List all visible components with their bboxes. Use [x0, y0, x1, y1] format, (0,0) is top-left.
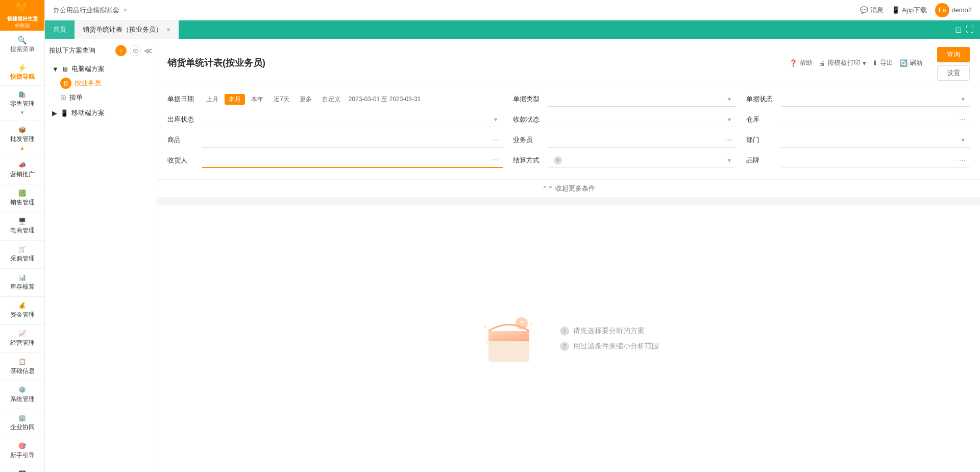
salesperson-item-label: 按业务员	[75, 79, 101, 88]
more-btn[interactable]: 更多	[296, 94, 316, 105]
app-download-btn[interactable]: 📱 App下载	[892, 6, 927, 15]
query-button[interactable]: 查询	[937, 47, 970, 62]
desktop-section-header[interactable]: ▼ 🖥 电脑端方案	[49, 62, 153, 76]
left-panel-header: 按以下方案查询 + ⊙ ≪	[49, 45, 153, 56]
department-select[interactable]: ▼	[781, 132, 970, 148]
newuser-icon: 🎯	[18, 442, 26, 450]
inventory-label: 库存核算	[10, 282, 35, 291]
order-item-label: 按单	[69, 93, 83, 102]
add-scheme-btn[interactable]: +	[115, 45, 127, 56]
goods-label: 商品	[167, 135, 198, 145]
this-year-btn[interactable]: 本年	[247, 94, 267, 105]
sidebar-nav-item[interactable]: ⚡ 快捷导航	[0, 59, 44, 86]
filter-item-goods: 商品 ···	[167, 132, 503, 148]
receiver-dots: ···	[492, 155, 498, 164]
sales-label: 销售管理	[10, 198, 35, 207]
prev-month-btn[interactable]: 上月	[202, 94, 223, 105]
template-print-btn[interactable]: 🖨 按模板打印 ▾	[819, 58, 866, 67]
avatar-initials: Ea	[939, 7, 946, 14]
settlement-clear-btn[interactable]: ×	[554, 156, 562, 164]
sidebar-item-purchase[interactable]: 🛒 采购管理	[0, 241, 44, 269]
wholesale-arrow: ▲	[20, 145, 25, 151]
sidebar-item-inventory[interactable]: 📊 库存核算	[0, 269, 44, 297]
help-btn[interactable]: ❓ 帮助	[789, 58, 813, 67]
sidebar-item-apps[interactable]: 🔲 应用中心	[0, 465, 44, 472]
goods-select[interactable]: ···	[202, 132, 503, 148]
mobile-section-header[interactable]: ▶ 📱 移动端方案	[49, 106, 153, 120]
sidebar-item-system[interactable]: ⚙️ 系统管理	[0, 381, 44, 409]
collapse-panel-btn[interactable]: ≪	[144, 46, 153, 56]
ecommerce-label: 电商管理	[10, 226, 35, 235]
sidebar-item-ecommerce[interactable]: 🖥️ 电商管理	[0, 213, 44, 241]
nav-label: 快捷导航	[2, 73, 42, 81]
receiver-input[interactable]: ···	[202, 153, 503, 168]
svg-text:✦: ✦	[483, 324, 487, 329]
mobile-section-arrow: ▶	[52, 109, 57, 117]
settings-button[interactable]: 设置	[937, 65, 970, 81]
tree-item-order[interactable]: ⊞ 按单	[57, 91, 153, 104]
filter-row-3: 商品 ··· 业务员 ···	[167, 132, 970, 148]
mobile-section-label: 移动端方案	[71, 108, 105, 117]
enterprise-icon: 🏢	[18, 414, 26, 421]
header-left: 办公用品行业模拟账套 ▾	[53, 6, 127, 15]
sidebar-item-finance[interactable]: 💰 资金管理	[0, 297, 44, 325]
svg-text:✦: ✦	[529, 322, 533, 327]
sidebar-item-enterprise[interactable]: 🏢 企业协同	[0, 409, 44, 437]
doc-status-select[interactable]: ▼	[781, 91, 970, 107]
collapse-more-label: 收起更多条件	[555, 184, 595, 193]
settlement-select[interactable]: × ▼	[548, 153, 737, 168]
desktop-section-arrow: ▼	[52, 65, 59, 73]
this-month-btn[interactable]: 本月	[225, 94, 245, 105]
desktop-section-icon: 🖥	[62, 65, 68, 73]
salesperson-select[interactable]: ···	[548, 132, 737, 148]
tab-home[interactable]: 首页	[45, 20, 75, 39]
filter-item-warehouse: 仓库 ···	[746, 112, 970, 127]
ship-select[interactable]: ▼	[202, 112, 503, 127]
sidebar-item-newuser[interactable]: 🎯 新手引导	[0, 437, 44, 465]
help-icon: ❓	[789, 59, 797, 67]
receipt-select[interactable]: ▼	[548, 112, 737, 127]
custom-btn[interactable]: 自定义	[318, 94, 345, 105]
sidebar-item-wholesale[interactable]: 📦 批发管理 ▲	[0, 121, 44, 156]
print-label: 按模板打印	[827, 58, 861, 67]
message-btn[interactable]: 💬 消息	[860, 6, 884, 15]
nav-icon: ⚡	[2, 63, 42, 73]
tree-item-salesperson[interactable]: 按 按业务员	[57, 76, 153, 91]
tab-minimize-btn[interactable]: ⊡	[955, 25, 962, 35]
filter-row-1: 单据日期 上月 本月 本年 近7天 更多 自定义 2023-03-01 至 20…	[167, 91, 970, 107]
enterprise-label: 企业协同	[10, 423, 35, 432]
receiver-label: 收货人	[167, 156, 198, 165]
logo-text: 畅捷通好生意	[7, 16, 38, 22]
right-panel: 销货单统计表(按业务员) ❓ 帮助 🖨 按模板打印 ▾ ⬇ 导出	[157, 39, 980, 472]
sidebar-item-sales[interactable]: 💹 销售管理	[0, 184, 44, 213]
brand-select[interactable]: ···	[781, 153, 970, 168]
sidebar-item-retail[interactable]: 🛍️ 零售管理 ▼	[0, 86, 44, 121]
refresh-btn[interactable]: 🔄 刷新	[899, 58, 923, 67]
tab-bar-right: ⊡ ⛶	[955, 25, 980, 35]
last7-btn[interactable]: 近7天	[270, 94, 293, 105]
search-menu-label: 搜索菜单	[2, 45, 42, 54]
tab-close-btn[interactable]: ×	[166, 26, 170, 34]
export-btn[interactable]: ⬇ 导出	[872, 58, 893, 67]
filter-item-salesperson: 业务员 ···	[513, 132, 737, 148]
sidebar-search-menu[interactable]: 🔍 搜索菜单	[0, 31, 44, 59]
filter-item-receipt: 收款状态 ▼	[513, 112, 737, 127]
basic-label: 基础信息	[10, 367, 35, 375]
edit-scheme-btn[interactable]: ⊙	[130, 45, 141, 56]
collapse-more-btn[interactable]: ⌃⌃ 收起更多条件	[542, 184, 595, 193]
department-arrow: ▼	[960, 137, 966, 143]
message-icon: 💬	[860, 6, 868, 14]
tab-maximize-btn[interactable]: ⛶	[966, 25, 974, 34]
search-menu-icon: 🔍	[2, 36, 42, 45]
doc-type-select[interactable]: ▼	[548, 91, 737, 107]
sidebar-item-basic[interactable]: 📋 基础信息	[0, 353, 44, 381]
sidebar-item-marketing[interactable]: 📣 营销推广	[0, 156, 44, 184]
warehouse-select[interactable]: ···	[781, 112, 970, 127]
user-btn[interactable]: Ea demo2	[935, 3, 972, 17]
marketing-label: 营销推广	[10, 170, 35, 179]
sidebar-item-operation[interactable]: 📈 经营管理	[0, 325, 44, 353]
tab-sales-stat[interactable]: 销货单统计表（按业务员） ×	[75, 20, 179, 39]
doc-status-label: 单据状态	[746, 95, 777, 104]
page-title: 销货单统计表(按业务员)	[167, 57, 265, 69]
svg-rect-1	[488, 331, 529, 341]
